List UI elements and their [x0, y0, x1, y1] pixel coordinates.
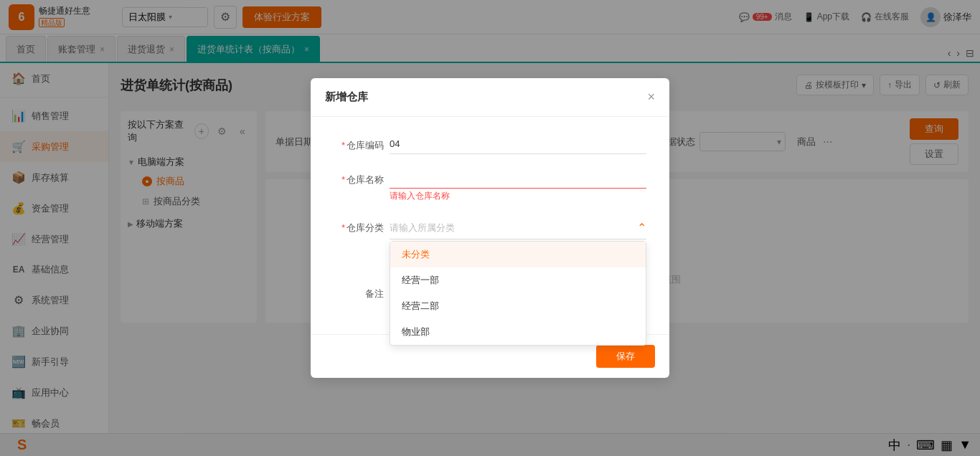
category-chevron-up-icon[interactable]: ⌃ — [637, 221, 646, 234]
name-field-control: 请输入仓库名称 — [390, 168, 646, 202]
category-dropdown: 未分类 经营一部 经营二部 物业部 — [390, 241, 646, 346]
modal-close-button[interactable]: × — [647, 90, 655, 105]
category-field-label: *仓库分类 — [334, 217, 384, 234]
save-button[interactable]: 保存 — [596, 345, 655, 368]
category-field-row: *仓库分类 请输入所属分类 ⌃ 未分类 经营一部 经营二部 物业部 — [334, 217, 646, 239]
code-field-control — [390, 134, 646, 154]
category-required-star: * — [341, 222, 345, 233]
notes-field-label: 备注 — [334, 282, 384, 300]
name-field-row: *仓库名称 请输入仓库名称 — [334, 168, 646, 202]
dropdown-item-dept3[interactable]: 物业部 — [390, 319, 646, 345]
dropdown-item-dept1[interactable]: 经营一部 — [390, 267, 646, 293]
category-select[interactable]: 请输入所属分类 ⌃ — [390, 217, 646, 239]
dropdown-item-dept2[interactable]: 经营二部 — [390, 293, 646, 319]
modal-body: *仓库编码 *仓库名称 请输入仓库名称 *仓库分类 — [311, 117, 669, 334]
name-required-star: * — [341, 174, 345, 185]
category-field-control: 请输入所属分类 ⌃ 未分类 经营一部 经营二部 物业部 — [390, 217, 646, 239]
dropdown-item-unclassified[interactable]: 未分类 — [390, 242, 646, 267]
name-field-label: *仓库名称 — [334, 168, 384, 186]
code-required-star: * — [341, 140, 345, 151]
category-placeholder: 请输入所属分类 — [390, 222, 455, 234]
name-error-msg: 请输入仓库名称 — [390, 190, 646, 202]
code-input[interactable] — [390, 134, 646, 154]
code-field-row: *仓库编码 — [334, 134, 646, 154]
name-input[interactable] — [390, 168, 646, 189]
code-field-label: *仓库编码 — [334, 134, 384, 152]
add-warehouse-modal: 新增仓库 × *仓库编码 *仓库名称 请输入仓库名称 — [311, 78, 669, 378]
modal-overlay: 新增仓库 × *仓库编码 *仓库名称 请输入仓库名称 — [0, 0, 980, 456]
modal-title: 新增仓库 — [325, 90, 368, 104]
modal-header: 新增仓库 × — [311, 78, 669, 117]
